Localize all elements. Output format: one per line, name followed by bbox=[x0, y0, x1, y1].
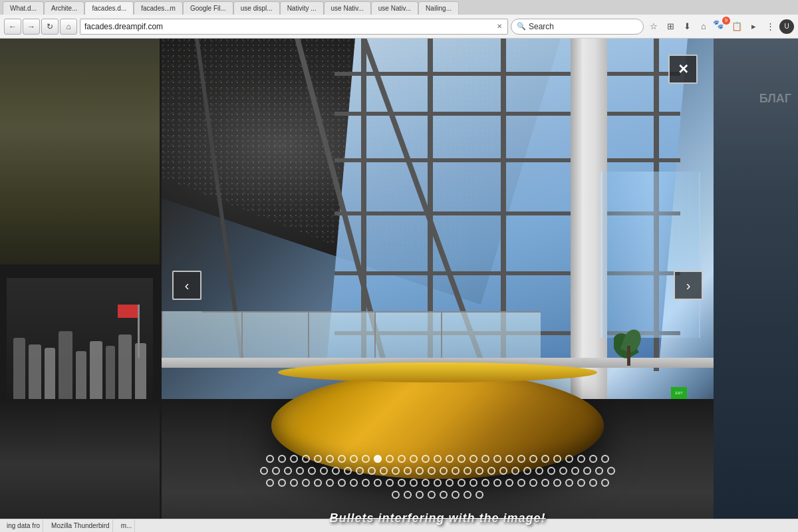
bullet-dot[interactable] bbox=[362, 455, 370, 463]
bullet-dot[interactable] bbox=[338, 455, 346, 463]
tab-4[interactable]: facades...m bbox=[134, 1, 183, 15]
bullet-dot[interactable] bbox=[392, 491, 400, 499]
bullet-dot[interactable] bbox=[368, 467, 376, 475]
bullet-dot[interactable] bbox=[416, 467, 424, 475]
bullet-dot[interactable] bbox=[314, 455, 322, 463]
bullet-dot[interactable] bbox=[374, 479, 382, 487]
bullet-dot[interactable] bbox=[499, 467, 507, 475]
tab-3-active[interactable]: facades.d... bbox=[84, 1, 134, 15]
bullet-dot[interactable] bbox=[452, 491, 460, 499]
bullet-dot[interactable] bbox=[278, 479, 286, 487]
bullet-dot[interactable] bbox=[434, 479, 442, 487]
bullet-dot[interactable] bbox=[493, 455, 501, 463]
reload-button[interactable]: ↻ bbox=[41, 19, 59, 35]
bullet-dot[interactable] bbox=[410, 455, 418, 463]
bullet-dot[interactable] bbox=[529, 479, 537, 487]
bullet-dot[interactable] bbox=[559, 467, 567, 475]
bullet-dot[interactable] bbox=[302, 479, 310, 487]
tab-1[interactable]: What.d... bbox=[3, 1, 44, 15]
bullet-dot[interactable] bbox=[541, 479, 549, 487]
bullet-dot[interactable] bbox=[577, 455, 585, 463]
bullet-dot[interactable] bbox=[386, 479, 394, 487]
profile-icon[interactable]: U bbox=[779, 19, 794, 34]
bullet-dot[interactable] bbox=[475, 491, 483, 499]
bullet-dot[interactable] bbox=[266, 455, 274, 463]
bullet-dot[interactable] bbox=[278, 455, 286, 463]
address-bar[interactable]: facades.dreampif.com ✕ bbox=[80, 19, 508, 35]
bullet-dot[interactable] bbox=[458, 479, 466, 487]
bullet-dot[interactable] bbox=[595, 467, 603, 475]
tab-10[interactable]: Nailing... bbox=[418, 1, 459, 15]
tab-9[interactable]: use Nativ... bbox=[371, 1, 418, 15]
home-nav-icon[interactable]: ⌂ bbox=[696, 19, 711, 34]
lightbox-close-button[interactable]: ✕ bbox=[668, 55, 698, 84]
bullet-dot[interactable] bbox=[446, 479, 454, 487]
bullet-dot[interactable] bbox=[428, 467, 436, 475]
bullet-dot[interactable] bbox=[469, 455, 477, 463]
search-bar[interactable]: 🔍 Search bbox=[511, 19, 644, 35]
bullet-dot[interactable] bbox=[452, 467, 460, 475]
bullet-dot[interactable] bbox=[386, 455, 394, 463]
bullet-dot[interactable] bbox=[475, 467, 483, 475]
bullet-dot[interactable] bbox=[481, 455, 489, 463]
tab-7[interactable]: Nativity ... bbox=[280, 1, 324, 15]
bullet-dot[interactable] bbox=[266, 479, 274, 487]
bullet-dot[interactable] bbox=[314, 479, 322, 487]
bullet-dot[interactable] bbox=[583, 467, 591, 475]
clear-address-button[interactable]: ✕ bbox=[495, 23, 503, 30]
bullet-dot[interactable] bbox=[338, 479, 346, 487]
bullet-dot[interactable] bbox=[505, 479, 513, 487]
status-thunderbird[interactable]: Mozilla Thunderbird bbox=[49, 519, 113, 532]
bullet-dot[interactable] bbox=[529, 455, 537, 463]
tab-2[interactable]: Archite... bbox=[44, 1, 84, 15]
bullet-dot[interactable] bbox=[422, 479, 430, 487]
bullet-dot[interactable] bbox=[398, 479, 406, 487]
bullet-dot[interactable] bbox=[296, 467, 304, 475]
lightbox-next-button[interactable]: › bbox=[674, 271, 703, 300]
bullet-dot[interactable] bbox=[350, 479, 358, 487]
bullet-dot[interactable] bbox=[302, 455, 310, 463]
bullet-dot[interactable] bbox=[481, 479, 489, 487]
bullet-dot[interactable] bbox=[326, 479, 334, 487]
bullet-dot[interactable] bbox=[374, 455, 382, 463]
bullet-dot[interactable] bbox=[571, 467, 579, 475]
bullet-dot[interactable] bbox=[392, 467, 400, 475]
bullet-dot[interactable] bbox=[541, 455, 549, 463]
reader-icon[interactable]: ⊞ bbox=[663, 19, 678, 34]
bullet-dot[interactable] bbox=[344, 467, 352, 475]
bullet-dot[interactable] bbox=[410, 479, 418, 487]
tab-8[interactable]: use Nativ... bbox=[324, 1, 371, 15]
bullet-dot[interactable] bbox=[440, 491, 448, 499]
bullet-dot[interactable] bbox=[565, 455, 573, 463]
download-icon[interactable]: ⬇ bbox=[680, 19, 694, 34]
bullet-dot[interactable] bbox=[422, 455, 430, 463]
bullet-dot[interactable] bbox=[380, 467, 388, 475]
bullet-dot[interactable] bbox=[511, 467, 519, 475]
bullet-dot[interactable] bbox=[404, 491, 412, 499]
bullet-dot[interactable] bbox=[428, 491, 436, 499]
bullet-dot[interactable] bbox=[416, 491, 424, 499]
bullet-dot[interactable] bbox=[505, 455, 513, 463]
bullet-dot[interactable] bbox=[589, 455, 597, 463]
bullet-dot[interactable] bbox=[493, 479, 501, 487]
bullet-dot[interactable] bbox=[434, 455, 442, 463]
bullet-dot[interactable] bbox=[326, 455, 334, 463]
bullet-dot[interactable] bbox=[260, 467, 268, 475]
bullet-dot[interactable] bbox=[523, 467, 531, 475]
bullet-dot[interactable] bbox=[308, 467, 316, 475]
bullet-dot[interactable] bbox=[589, 479, 597, 487]
tab-6[interactable]: use displ... bbox=[233, 1, 280, 15]
bullet-dot[interactable] bbox=[398, 455, 406, 463]
bullet-dot[interactable] bbox=[517, 479, 525, 487]
tab-5[interactable]: Google Fil... bbox=[183, 1, 233, 15]
bullet-dot[interactable] bbox=[565, 479, 573, 487]
bullet-dot[interactable] bbox=[535, 467, 543, 475]
clipboard-icon[interactable]: 📋 bbox=[730, 19, 744, 34]
bullet-dot[interactable] bbox=[284, 467, 292, 475]
forward-button[interactable]: → bbox=[23, 19, 40, 35]
back-button[interactable]: ← bbox=[4, 19, 21, 35]
bullet-dot[interactable] bbox=[446, 455, 454, 463]
extensions-icon[interactable]: 🐾 9 bbox=[713, 19, 728, 34]
bullet-dot[interactable] bbox=[290, 479, 298, 487]
bullet-dot[interactable] bbox=[356, 467, 364, 475]
